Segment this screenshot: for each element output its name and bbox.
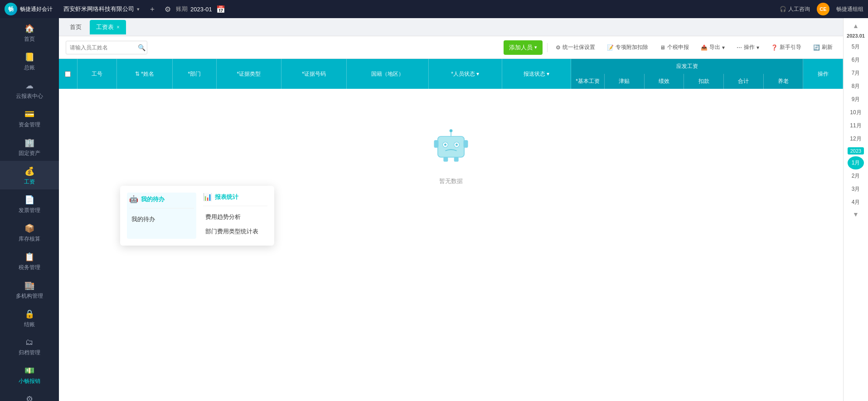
th-operation: 操作 [803,59,843,89]
tab-bar: 首页 工资表 × [59,18,843,36]
popup-item-cost-trend[interactable]: 费用趋势分析 [203,210,268,224]
svg-rect-9 [443,157,448,162]
guide-button[interactable]: ❓ 新手引导 [767,41,805,54]
month-nav-down-arrow[interactable]: ▼ [850,209,861,220]
operation-button[interactable]: ⋯ 操作 ▾ [733,41,763,54]
month-item-1[interactable]: 1月 [848,156,864,169]
personal-tax-button[interactable]: 🖥 个税申报 [656,41,693,54]
ledger-icon: 📒 [24,52,34,62]
month-item-7[interactable]: 7月 [844,67,868,80]
company-name: 西安虾米网络科技有限公司 [63,5,134,13]
chevron-down-icon: ▾ [137,6,140,12]
home-icon: 🏠 [24,24,34,34]
month-item-10[interactable]: 10月 [844,106,868,119]
sidebar-item-close[interactable]: 🔒 结账 [0,304,59,332]
month-item-8[interactable]: 8月 [844,80,868,93]
add-button[interactable]: ＋ [146,3,158,15]
month-item-11[interactable]: 11月 [844,119,868,132]
tab-home[interactable]: 首页 [63,20,88,34]
tax-deduction-button[interactable]: 📝 专项附加扣除 [603,41,652,54]
sidebar-label-archive: 归档管理 [19,349,40,357]
svg-rect-2 [463,140,468,148]
th-country: 国籍（地区） [346,59,428,89]
sidebar-label-inventory: 库存核算 [19,235,40,243]
period-label: 账期 [176,5,188,13]
divider [547,43,548,52]
month-navigator: ▲ 2023.01 5月 6月 7月 8月 9月 10月 11月 12月 202… [843,18,868,401]
user-avatar: CE [817,3,829,15]
th-deduct: 扣款 [684,74,724,89]
th-checkbox[interactable] [59,59,77,89]
sidebar-item-assets[interactable]: 🏢 固定资产 [0,132,59,161]
top-header: 畅 畅捷通好会计 西安虾米网络科技有限公司 ▾ ＋ ⚙ 账期 2023-01 📅… [0,0,868,18]
sidebar-item-tax[interactable]: 📋 税务管理 [0,246,59,275]
search-input[interactable] [70,44,138,51]
basic-icon: ⚙ [26,394,33,401]
company-selector[interactable]: 西安虾米网络科技有限公司 ▾ [63,5,140,13]
calendar-icon[interactable]: 📅 [215,3,227,15]
operation-label: 操作 [744,43,755,51]
export-button[interactable]: 📤 导出 ▾ [697,41,728,54]
month-item-3[interactable]: 3月 [844,183,868,196]
sidebar-item-multi[interactable]: 🏬 多机构管理 [0,275,59,304]
sidebar-label-home: 首页 [24,35,35,43]
svg-rect-1 [434,140,438,148]
sidebar-item-invoice[interactable]: 📄 发票管理 [0,189,59,218]
month-item-2[interactable]: 2月 [844,169,868,183]
svg-point-5 [444,144,446,146]
th-pension: 养老 [763,74,803,89]
month-nav-up-arrow[interactable]: ▲ [850,20,861,31]
th-bonus: 绩效 [644,74,684,89]
month-item-9[interactable]: 9月 [844,93,868,106]
social-security-button[interactable]: ⚙ 统一社保设置 [552,41,599,54]
add-person-button[interactable]: 添加人员 ▾ [504,40,543,55]
popup-col-todo-header: 🤖 我的待办 [129,195,194,208]
sidebar-item-expense[interactable]: 💵 小畅报销 [0,360,59,389]
sidebar-item-inventory[interactable]: 📦 库存核算 [0,218,59,246]
refresh-label: 刷新 [822,43,833,51]
inventory-icon: 📦 [24,223,34,233]
month-item-4[interactable]: 4月 [844,196,868,209]
refresh-button[interactable]: 🔄 刷新 [810,41,836,54]
header-actions: ＋ ⚙ [146,3,174,15]
popup-col-todo: 🤖 我的待办 我的待办 [127,193,196,239]
popup-todo-title: 我的待办 [141,195,165,203]
export-chevron-icon: ▾ [722,44,725,51]
sidebar-item-home[interactable]: 🏠 首页 [0,18,59,47]
popup-item-todo[interactable]: 我的待办 [129,212,194,227]
popup-stats-title: 报表统计 [215,193,238,201]
app-name: 畅捷通好会计 [20,6,53,12]
sidebar-item-salary[interactable]: 💰 工资 [0,161,59,189]
app-logo-icon: 畅 [5,3,17,15]
sidebar-item-fund[interactable]: 💳 资金管理 [0,104,59,132]
select-all-checkbox[interactable] [65,71,71,77]
social-security-icon: ⚙ [556,44,561,51]
popup-item-cost-trend-label: 费用趋势分析 [205,213,241,220]
th-idtype: *证据类型 [216,59,281,89]
headset-icon: 🎧 [780,6,786,12]
operation-icon: ⋯ [737,44,742,51]
th-total: 合计 [723,74,763,89]
month-item-5[interactable]: 5月 [844,40,868,53]
svg-rect-0 [438,136,464,157]
tab-close-icon[interactable]: × [116,24,120,30]
tab-salary[interactable]: 工资表 × [90,20,126,34]
month-item-12[interactable]: 12月 [844,132,868,145]
th-basic-salary: *基本工资 [571,74,605,89]
service-button[interactable]: 🎧 人工咨询 [780,5,810,13]
popup-col-stats: 📊 报表统计 费用趋势分析 部门费用类型统计表 [203,193,268,239]
sidebar-item-basic[interactable]: ⚙ 基础设置 [0,389,59,401]
app-logo-text: 畅捷通好会计 [20,6,53,12]
popup-item-dept-cost[interactable]: 部门费用类型统计表 [203,224,268,239]
svg-point-6 [456,144,458,146]
sidebar-item-archive[interactable]: 🗂 归档管理 [0,332,59,360]
sidebar-item-cloud[interactable]: ☁ 云报表中心 [0,75,59,104]
month-item-6[interactable]: 6月 [844,53,868,67]
sidebar-item-ledger[interactable]: 📒 总账 [0,47,59,75]
settings-icon[interactable]: ⚙ [162,3,174,15]
sidebar-label-tax: 税务管理 [19,264,40,271]
sidebar-label-assets: 固定资产 [19,150,40,157]
tax-icon: 📋 [24,252,34,262]
user-name: 畅捷通组组 [836,5,863,13]
popup-todo-item-label: 我的待办 [131,216,155,222]
